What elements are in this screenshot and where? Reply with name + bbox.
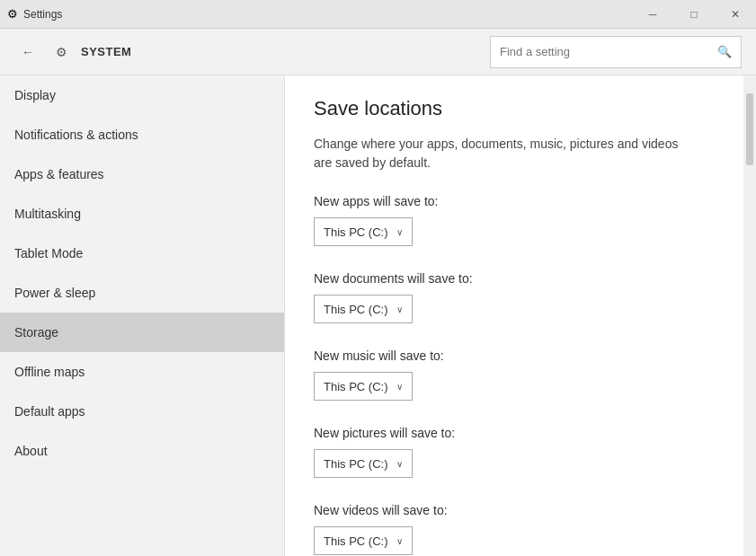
- minimize-button[interactable]: ─: [632, 0, 673, 29]
- search-icon: 🔍: [717, 45, 732, 58]
- pictures-setting-group: New pictures will save to: This PC (C:) …: [314, 426, 715, 478]
- search-input[interactable]: [500, 45, 712, 58]
- documents-dropdown-value: This PC (C:): [324, 303, 388, 316]
- videos-setting-group: New videos will save to: This PC (C:) ∨: [314, 503, 715, 555]
- music-dropdown[interactable]: This PC (C:) ∨: [314, 372, 413, 401]
- pictures-dropdown-value: This PC (C:): [324, 457, 388, 471]
- content-area: Save locations Change where your apps, d…: [284, 75, 743, 556]
- sidebar-item-tablet[interactable]: Tablet Mode: [0, 234, 284, 273]
- search-box[interactable]: 🔍: [490, 36, 742, 68]
- sidebar-item-offline[interactable]: Offline maps: [0, 352, 284, 392]
- music-setting-group: New music will save to: This PC (C:) ∨: [314, 349, 715, 401]
- documents-setting-group: New documents will save to: This PC (C:)…: [314, 271, 715, 323]
- apps-setting-label: New apps will save to:: [314, 194, 715, 208]
- sidebar-item-default[interactable]: Default apps: [0, 392, 284, 431]
- header-title: SYSTEM: [81, 45, 131, 58]
- headerbar: ← ⚙ SYSTEM 🔍: [0, 29, 756, 75]
- titlebar: ⚙ Settings ─ □ ✕: [0, 0, 756, 29]
- sidebar-item-apps[interactable]: Apps & features: [0, 154, 284, 194]
- apps-dropdown[interactable]: This PC (C:) ∨: [314, 217, 413, 246]
- documents-dropdown-arrow: ∨: [396, 304, 403, 314]
- apps-setting-group: New apps will save to: This PC (C:) ∨: [314, 194, 715, 246]
- main-layout: Display Notifications & actions Apps & f…: [0, 75, 756, 556]
- documents-dropdown[interactable]: This PC (C:) ∨: [314, 295, 413, 323]
- videos-dropdown[interactable]: This PC (C:) ∨: [314, 526, 413, 555]
- music-dropdown-arrow: ∨: [396, 382, 403, 392]
- titlebar-controls: ─ □ ✕: [632, 0, 756, 29]
- videos-dropdown-value: This PC (C:): [324, 534, 388, 548]
- page-description: Change where your apps, documents, music…: [314, 135, 691, 172]
- settings-window-icon: ⚙: [7, 7, 18, 21]
- documents-setting-label: New documents will save to:: [314, 271, 715, 286]
- page-title: Save locations: [314, 97, 715, 120]
- pictures-dropdown[interactable]: This PC (C:) ∨: [314, 449, 413, 478]
- system-icon: ⚙: [50, 41, 72, 63]
- scrollbar-track[interactable]: [743, 75, 756, 556]
- titlebar-title: Settings: [23, 8, 62, 21]
- headerbar-left: ← ⚙ SYSTEM: [14, 39, 131, 66]
- titlebar-left: ⚙ Settings: [7, 7, 62, 21]
- pictures-dropdown-arrow: ∨: [396, 459, 403, 469]
- sidebar: Display Notifications & actions Apps & f…: [0, 75, 284, 556]
- apps-dropdown-arrow: ∨: [396, 227, 403, 237]
- close-button[interactable]: ✕: [715, 0, 756, 29]
- sidebar-item-multitasking[interactable]: Multitasking: [0, 194, 284, 234]
- apps-dropdown-value: This PC (C:): [324, 225, 388, 239]
- maximize-button[interactable]: □: [673, 0, 715, 29]
- sidebar-item-about[interactable]: About: [0, 431, 284, 471]
- sidebar-item-display[interactable]: Display: [0, 75, 284, 115]
- videos-dropdown-arrow: ∨: [396, 536, 403, 546]
- back-button[interactable]: ←: [14, 39, 41, 66]
- scrollbar-thumb[interactable]: [746, 93, 753, 165]
- pictures-setting-label: New pictures will save to:: [314, 426, 715, 440]
- music-setting-label: New music will save to:: [314, 349, 715, 363]
- videos-setting-label: New videos will save to:: [314, 503, 715, 517]
- sidebar-item-notifications[interactable]: Notifications & actions: [0, 115, 284, 154]
- sidebar-item-power[interactable]: Power & sleep: [0, 273, 284, 313]
- sidebar-item-storage[interactable]: Storage: [0, 313, 284, 352]
- music-dropdown-value: This PC (C:): [324, 380, 388, 393]
